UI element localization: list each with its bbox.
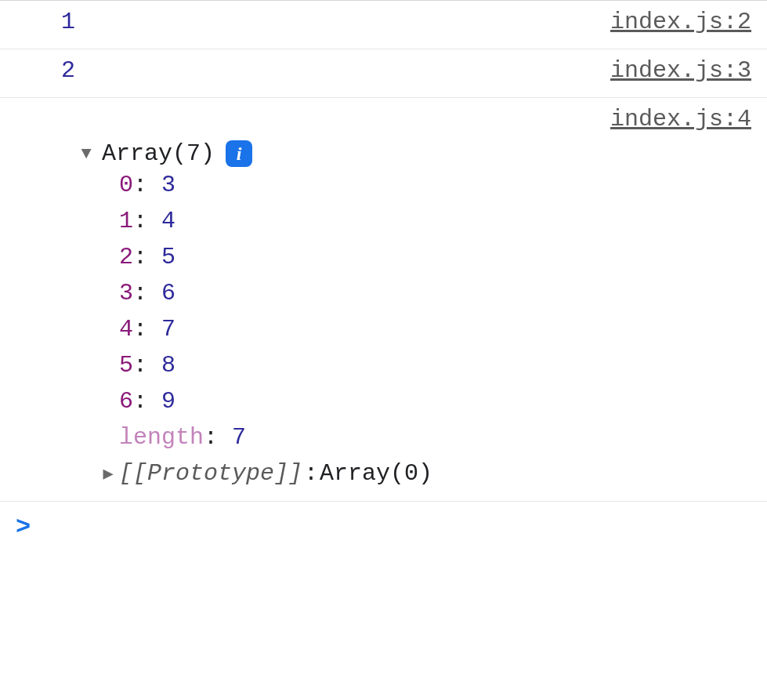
entry-value: 4 [161,208,175,234]
entry-index: 3 [119,280,133,306]
prototype-value: Array(0) [320,460,432,487]
entry-index: 4 [119,316,133,343]
colon: : [133,352,161,379]
colon: : [133,208,161,234]
entry-value: 3 [161,172,175,198]
entry-index: 2 [119,244,133,270]
entry-value: 7 [161,316,175,343]
object-header: index.js:4 [16,106,751,132]
source-link[interactable]: index.js:3 [610,57,751,84]
entry-index: 0 [119,172,133,198]
console-prompt[interactable]: > [0,502,767,553]
colon: : [204,424,232,451]
log-value: 1 [61,9,75,35]
colon: : [133,280,161,306]
colon: : [133,316,161,343]
entry-index: 1 [119,208,133,234]
array-entry: 6: 9 [77,383,751,419]
length-value: 7 [232,424,246,451]
entry-value: 6 [161,280,175,306]
prompt-caret-icon: > [16,513,31,542]
entry-index: 6 [119,388,133,415]
entry-value: 8 [161,352,175,379]
console-object-row: index.js:4 ▼ Array(7) i 0: 3 1: 4 2: 5 3… [0,97,767,502]
colon: : [133,388,161,415]
caret-down-icon: ▼ [77,144,96,164]
log-value: 2 [61,57,75,84]
array-entry: 5: 8 [77,347,751,383]
prototype-expand-toggle[interactable]: ▶ [[Prototype]]: Array(0) [77,455,751,491]
prototype-key: [[Prototype]] [119,460,302,487]
source-link[interactable]: index.js:4 [610,106,751,132]
entry-value: 9 [161,388,175,415]
array-entry: 3: 6 [77,275,751,311]
colon: : [133,172,161,198]
console-log-row: 1 index.js:2 [0,0,767,49]
array-expand-toggle[interactable]: ▼ Array(7) i [77,140,751,167]
array-entry: 2: 5 [77,239,751,275]
console-panel: 1 index.js:2 2 index.js:3 index.js:4 ▼ A… [0,0,767,553]
object-body: ▼ Array(7) i 0: 3 1: 4 2: 5 3: 6 4: 7 5:… [16,132,751,491]
colon: : [304,460,318,487]
array-label: Array(7) [102,140,215,167]
array-entry: 0: 3 [77,167,751,203]
array-entry: 4: 7 [77,311,751,347]
colon: : [133,244,161,270]
caret-right-icon: ▶ [99,463,118,484]
entry-index: 5 [119,352,133,379]
length-property: length: 7 [77,419,751,455]
entry-value: 5 [161,244,175,270]
source-link[interactable]: index.js:2 [610,9,751,35]
info-icon[interactable]: i [226,140,252,167]
length-key: length [119,424,204,451]
console-log-row: 2 index.js:3 [0,49,767,97]
array-entry: 1: 4 [77,203,751,239]
